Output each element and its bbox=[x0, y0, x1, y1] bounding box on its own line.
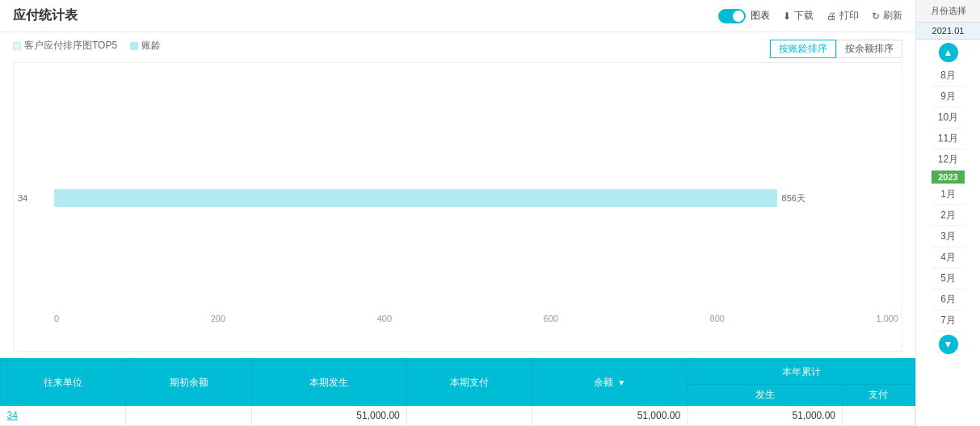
x-tick-2: 400 bbox=[377, 314, 392, 327]
col-header-ytd: 本年累计 bbox=[688, 361, 915, 385]
x-tick-4: 800 bbox=[710, 314, 725, 327]
month-10[interactable]: 10月 bbox=[932, 108, 965, 129]
sidebar-current-value: 2021.01 bbox=[916, 23, 980, 40]
chart-section: 客户应付排序图TOP5 账龄 按账龄排序 按余额排序 34 bbox=[0, 32, 915, 358]
data-table: 往来单位 期初余额 本期发生 本期支付 余额 ▼ 本年累计 发生 支付 34 5… bbox=[0, 360, 915, 426]
bar-right-label-0: 856天 bbox=[782, 192, 805, 205]
legend-label-1: 账龄 bbox=[141, 39, 161, 53]
sidebar-down-arrow[interactable]: ▼ bbox=[939, 335, 958, 354]
chart-legend: 客户应付排序图TOP5 账龄 bbox=[13, 39, 161, 53]
print-button[interactable]: 🖨 打印 bbox=[826, 9, 859, 23]
sidebar: 月份选择 2021.01 ▲ 8月 9月 10月 11月 12月 2023 1月… bbox=[915, 0, 980, 426]
sidebar-months: 8月 9月 10月 11月 12月 2023 1月 2月 3月 4月 5月 6月… bbox=[932, 65, 965, 331]
x-tick-0: 0 bbox=[54, 314, 59, 327]
sidebar-nav: ▲ 8月 9月 10月 11月 12月 2023 1月 2月 3月 4月 5月 … bbox=[916, 40, 980, 357]
chart-container: 34 856天 0 200 400 600 800 1,000 bbox=[13, 62, 902, 352]
y-axis: 34 bbox=[18, 70, 31, 327]
legend-dot-1 bbox=[130, 42, 138, 50]
chart-top-row: 客户应付排序图TOP5 账龄 按账龄排序 按余额排序 bbox=[13, 39, 902, 59]
month-9[interactable]: 9月 bbox=[932, 86, 965, 108]
refresh-button[interactable]: ↻ 刷新 bbox=[872, 9, 902, 23]
month-12[interactable]: 12月 bbox=[932, 150, 965, 171]
table-row: 34 51,000.00 51,000.00 51,000.00 bbox=[1, 406, 915, 426]
table-section: 往来单位 期初余额 本期发生 本期支付 余额 ▼ 本年累计 发生 支付 34 5… bbox=[0, 358, 915, 426]
download-icon: ⬇ bbox=[783, 11, 791, 22]
balance-sort-icon: ▼ bbox=[617, 378, 625, 387]
table-header-row1: 往来单位 期初余额 本期发生 本期支付 余额 ▼ 本年累计 bbox=[1, 361, 915, 385]
cell-ytd-payment bbox=[842, 406, 915, 426]
cell-ytd-occurrence: 51,000.00 bbox=[688, 406, 843, 426]
month-5[interactable]: 5月 bbox=[932, 268, 965, 289]
legend-item-1: 账龄 bbox=[130, 39, 161, 53]
col-header-unit: 往来单位 bbox=[1, 361, 126, 406]
month-2[interactable]: 2月 bbox=[932, 205, 965, 226]
bar-row-0: 856天 bbox=[54, 189, 898, 207]
x-tick-5: 1,000 bbox=[876, 314, 898, 327]
month-6[interactable]: 6月 bbox=[932, 289, 965, 310]
x-tick-1: 200 bbox=[211, 314, 225, 327]
header: 应付统计表 图表 ⬇ 下载 🖨 打印 ↻ 刷新 bbox=[0, 0, 915, 32]
col-header-occurrence: 本期发生 bbox=[251, 361, 406, 406]
col-header-opening: 期初余额 bbox=[126, 361, 251, 406]
print-icon: 🖨 bbox=[826, 11, 836, 22]
chart-inner: 34 856天 0 200 400 600 800 1,000 bbox=[54, 70, 898, 327]
col-header-ytd-payment: 支付 bbox=[842, 385, 915, 406]
sidebar-header: 月份选择 bbox=[916, 0, 980, 23]
bar-fill-0 bbox=[54, 189, 777, 207]
header-actions: 图表 ⬇ 下载 🖨 打印 ↻ 刷新 bbox=[718, 9, 902, 23]
month-7[interactable]: 7月 bbox=[932, 310, 965, 331]
sort-by-age-button[interactable]: 按账龄排序 bbox=[770, 40, 836, 58]
cell-occurrence: 51,000.00 bbox=[251, 406, 406, 426]
x-tick-3: 600 bbox=[544, 314, 558, 327]
legend-label-0: 客户应付排序图TOP5 bbox=[24, 39, 117, 53]
x-axis: 0 200 400 600 800 1,000 bbox=[54, 310, 898, 327]
year-2023[interactable]: 2023 bbox=[932, 171, 965, 184]
month-11[interactable]: 11月 bbox=[932, 129, 965, 150]
month-1[interactable]: 1月 bbox=[932, 184, 965, 205]
y-label-0: 34 bbox=[18, 193, 31, 203]
col-header-balance: 余额 ▼ bbox=[532, 361, 688, 406]
sort-by-balance-button[interactable]: 按余额排序 bbox=[836, 40, 902, 58]
month-4[interactable]: 4月 bbox=[932, 247, 965, 268]
cell-payment bbox=[406, 406, 532, 426]
chart-sort-buttons: 按账龄排序 按余额排序 bbox=[770, 40, 902, 58]
sidebar-up-arrow[interactable]: ▲ bbox=[939, 43, 958, 62]
month-3[interactable]: 3月 bbox=[932, 226, 965, 247]
col-header-ytd-occurrence: 发生 bbox=[688, 385, 843, 406]
legend-item-0: 客户应付排序图TOP5 bbox=[13, 39, 117, 53]
cell-unit[interactable]: 34 bbox=[1, 406, 126, 426]
col-header-payment: 本期支付 bbox=[406, 361, 532, 406]
month-8[interactable]: 8月 bbox=[932, 65, 965, 86]
cell-balance: 51,000.00 bbox=[532, 406, 688, 426]
cell-opening bbox=[126, 406, 251, 426]
legend-dot-0 bbox=[13, 42, 21, 50]
download-button[interactable]: ⬇ 下载 bbox=[783, 9, 814, 23]
toggle-label: 图表 bbox=[751, 9, 770, 23]
chart-toggle-wrap: 图表 bbox=[718, 9, 770, 23]
bars-area: 856天 bbox=[54, 70, 898, 327]
chart-toggle[interactable] bbox=[718, 9, 746, 23]
page-title: 应付统计表 bbox=[13, 7, 78, 24]
refresh-icon: ↻ bbox=[872, 11, 880, 22]
main-content: 应付统计表 图表 ⬇ 下载 🖨 打印 ↻ 刷新 bbox=[0, 0, 915, 426]
